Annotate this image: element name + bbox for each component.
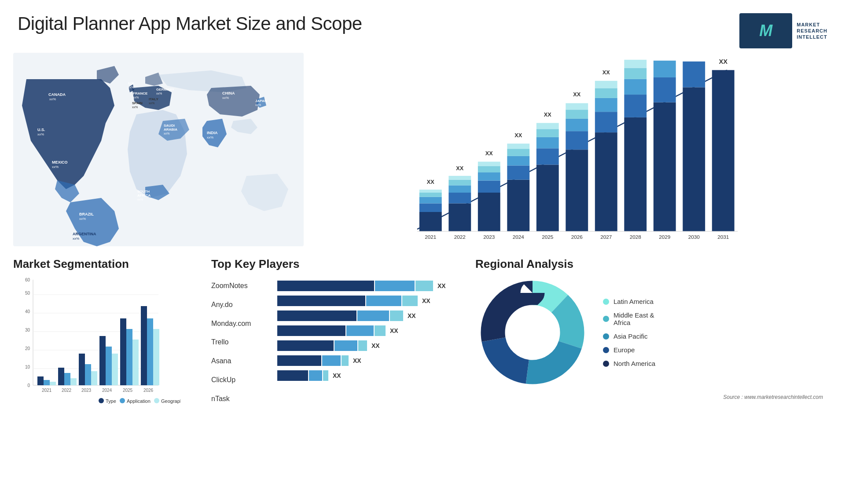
svg-point-145 bbox=[154, 398, 159, 403]
player-anydo: Any.do bbox=[211, 299, 264, 311]
svg-text:xx%: xx% bbox=[73, 237, 79, 241]
svg-rect-134 bbox=[126, 329, 132, 385]
svg-text:xx%: xx% bbox=[49, 97, 56, 101]
svg-text:2026: 2026 bbox=[571, 234, 583, 240]
svg-rect-61 bbox=[536, 129, 559, 137]
svg-rect-64 bbox=[566, 150, 588, 231]
svg-text:CHINA: CHINA bbox=[222, 91, 235, 95]
bar-row: XX bbox=[277, 295, 467, 307]
regional-legend: Latin America Middle East &Africa Asia P… bbox=[603, 298, 655, 367]
svg-rect-47 bbox=[478, 181, 500, 193]
svg-text:BRAZIL: BRAZIL bbox=[79, 212, 94, 216]
legend-label: Asia Pacific bbox=[614, 332, 648, 340]
svg-rect-58 bbox=[536, 164, 559, 231]
svg-text:2021: 2021 bbox=[425, 234, 436, 240]
svg-text:AFRICA: AFRICA bbox=[137, 194, 151, 197]
svg-rect-46 bbox=[478, 193, 500, 231]
svg-rect-130 bbox=[106, 347, 112, 385]
svg-text:XX: XX bbox=[485, 150, 493, 157]
source-text: Source : www.marketresearchintellect.com bbox=[475, 394, 832, 400]
player-bars: XX XX bbox=[277, 275, 467, 405]
svg-text:xx%: xx% bbox=[132, 106, 138, 109]
player-ntask: nTask bbox=[211, 393, 264, 405]
svg-rect-49 bbox=[478, 166, 500, 172]
svg-rect-50 bbox=[478, 162, 500, 166]
svg-rect-43 bbox=[448, 180, 471, 186]
svg-text:GERMANY: GERMANY bbox=[156, 88, 175, 91]
svg-text:U.S.: U.S. bbox=[37, 128, 45, 132]
svg-rect-89 bbox=[712, 70, 735, 231]
svg-text:xx%: xx% bbox=[128, 86, 134, 89]
svg-text:xx%: xx% bbox=[149, 102, 154, 105]
legend-label: North America bbox=[614, 360, 655, 367]
svg-rect-48 bbox=[478, 172, 500, 181]
svg-rect-71 bbox=[595, 112, 617, 132]
svg-text:JAPAN: JAPAN bbox=[255, 99, 267, 103]
svg-text:XX: XX bbox=[456, 165, 463, 172]
svg-rect-42 bbox=[448, 185, 471, 193]
svg-rect-66 bbox=[566, 119, 588, 131]
svg-text:INDIA: INDIA bbox=[207, 131, 218, 135]
svg-rect-44 bbox=[448, 176, 471, 180]
svg-rect-56 bbox=[507, 144, 529, 149]
svg-rect-38 bbox=[419, 190, 442, 193]
svg-text:XX: XX bbox=[427, 179, 434, 185]
donut-chart bbox=[475, 275, 590, 390]
svg-rect-117 bbox=[37, 376, 44, 385]
svg-text:xx%: xx% bbox=[222, 96, 229, 100]
player-trello: Trello bbox=[211, 336, 264, 349]
segmentation-title: Market Segmentation bbox=[13, 257, 202, 271]
bar-row: XX bbox=[277, 340, 467, 352]
svg-rect-138 bbox=[147, 318, 153, 385]
svg-text:20: 20 bbox=[25, 346, 30, 351]
svg-text:30: 30 bbox=[25, 328, 30, 332]
players-container: ZoomNotes Any.do Monday.com Trello Asana… bbox=[211, 275, 467, 405]
svg-rect-126 bbox=[85, 364, 91, 385]
donut-container: Latin America Middle East &Africa Asia P… bbox=[475, 275, 832, 390]
svg-text:2028: 2028 bbox=[630, 234, 642, 240]
svg-text:2027: 2027 bbox=[600, 234, 612, 240]
svg-text:xx%: xx% bbox=[133, 96, 139, 99]
svg-rect-73 bbox=[595, 88, 617, 98]
svg-rect-84 bbox=[654, 61, 676, 77]
regional-title: Regional Analysis bbox=[475, 257, 832, 271]
svg-text:2024: 2024 bbox=[513, 234, 525, 240]
svg-rect-129 bbox=[99, 336, 106, 385]
svg-rect-68 bbox=[566, 103, 588, 110]
svg-text:xx%: xx% bbox=[52, 165, 59, 169]
svg-rect-137 bbox=[141, 306, 147, 385]
legend-latin-america: Latin America bbox=[603, 298, 655, 305]
svg-rect-74 bbox=[595, 81, 617, 88]
svg-rect-83 bbox=[654, 77, 676, 102]
svg-rect-121 bbox=[58, 368, 64, 385]
svg-rect-41 bbox=[448, 193, 471, 203]
player-zoomenotes: ZoomNotes bbox=[211, 280, 264, 292]
legend-dot bbox=[603, 299, 609, 305]
svg-rect-65 bbox=[566, 131, 588, 150]
player-names: ZoomNotes Any.do Monday.com Trello Asana… bbox=[211, 275, 264, 405]
legend-dot bbox=[603, 361, 609, 367]
svg-rect-76 bbox=[624, 117, 647, 231]
bar-row: XX bbox=[277, 280, 467, 292]
svg-text:ARABIA: ARABIA bbox=[164, 128, 177, 131]
bar-row: XX bbox=[277, 310, 467, 322]
legend-dot bbox=[603, 316, 609, 322]
bottom-section: Market Segmentation 0 10 20 30 40 50 60 bbox=[0, 257, 845, 409]
svg-text:SPAIN: SPAIN bbox=[132, 101, 143, 105]
svg-text:40: 40 bbox=[25, 309, 30, 314]
svg-text:xx%: xx% bbox=[164, 132, 169, 135]
svg-point-143 bbox=[120, 398, 125, 403]
svg-rect-70 bbox=[595, 132, 617, 231]
svg-rect-67 bbox=[566, 110, 588, 119]
svg-text:ITALY: ITALY bbox=[149, 97, 158, 101]
svg-text:2031: 2031 bbox=[717, 234, 729, 240]
legend-asia-pacific: Asia Pacific bbox=[603, 332, 655, 340]
svg-text:2024: 2024 bbox=[102, 388, 112, 393]
legend-dot bbox=[603, 333, 609, 340]
world-map: CANADA xx% U.S. xx% MEXICO xx% BRAZIL xx… bbox=[13, 53, 304, 246]
growth-chart: XX XX XX XX bbox=[312, 53, 832, 255]
svg-text:U.K.: U.K. bbox=[128, 81, 135, 85]
svg-text:xx%: xx% bbox=[137, 198, 143, 201]
svg-text:xx%: xx% bbox=[207, 135, 213, 139]
svg-rect-80 bbox=[624, 60, 647, 68]
